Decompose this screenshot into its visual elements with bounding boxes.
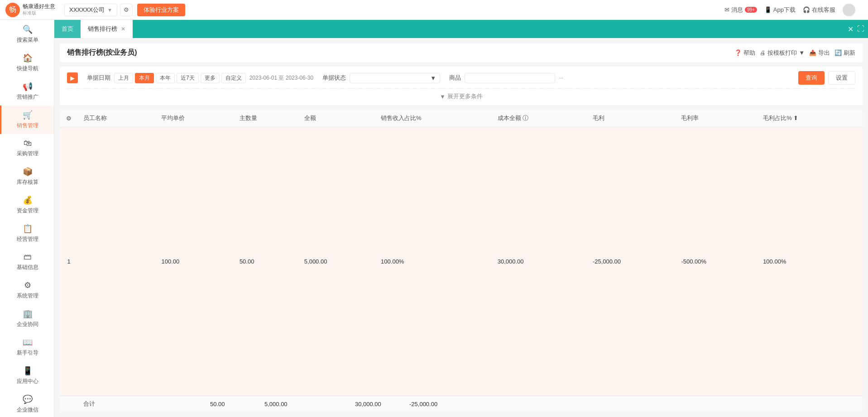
sidebar-item-wechat[interactable]: 💬 企业微信 (0, 390, 54, 417)
filter-area: ▶ 单据日期 上月 本月 本年 近7天 更多 自定义 2023-06-01 至 … (60, 67, 863, 105)
message-label: 消息 (731, 6, 743, 14)
logo-sub: 标准版 (23, 10, 55, 16)
filter-toggle-icon[interactable]: ▶ (67, 72, 78, 83)
sidebar-item-marketing[interactable]: 📢 营销推广 (0, 77, 54, 105)
settings-icon[interactable]: ⚙ (120, 4, 133, 16)
search-icon: 🔍 (23, 24, 33, 34)
sidebar-label-sales: 销售管理 (17, 122, 38, 129)
date-btn-custom[interactable]: 自定义 (221, 73, 246, 83)
gross-pct-icon[interactable]: ⬆ (793, 115, 798, 121)
cell-gross-pct: 100.00% (758, 127, 863, 396)
table-container: ⚙ 员工名称 平均单价 主数量 全额 销售收入占比% 成本全额 ⓘ 毛利 毛利率… (60, 110, 863, 412)
print-chevron-icon: ▼ (799, 49, 805, 56)
tab-sales-rank-label: 销售排行榜 (88, 25, 117, 33)
date-btn-7days[interactable]: 近7天 (177, 73, 199, 83)
table-body: 1 100.00 50.00 5,000.00 100.00% 30,000.0… (60, 127, 863, 396)
sidebar-label-search: 搜索菜单 (17, 36, 38, 44)
tab-home[interactable]: 首页 (54, 20, 81, 38)
refresh-button[interactable]: 🔄 刷新 (834, 49, 855, 57)
box-icon: 📦 (23, 167, 33, 177)
logo-text: 畅康通好生意 (23, 3, 55, 10)
sidebar-label-operation: 经营管理 (17, 235, 38, 243)
help-label: 帮助 (743, 49, 755, 57)
sidebar-item-operation[interactable]: 📋 经营管理 (0, 219, 54, 248)
service-label: 在线客服 (812, 6, 835, 14)
goods-filter-label: 商品 (449, 74, 461, 82)
sidebar-label-marketing: 营销推广 (17, 93, 38, 101)
app-icon: 📱 (764, 6, 772, 13)
avatar[interactable] (843, 4, 855, 16)
sidebar-item-system[interactable]: ⚙ 系统管理 (0, 276, 54, 304)
date-btn-this-year[interactable]: 本年 (156, 73, 175, 83)
sidebar-item-purchase[interactable]: 🛍 采购管理 (0, 134, 54, 162)
print-icon: 🖨 (760, 49, 766, 56)
tab-sales-rank[interactable]: 销售排行榜 ✕ (81, 20, 133, 38)
date-filter-group: 单据日期 上月 本月 本年 近7天 更多 自定义 2023-06-01 至 20… (87, 73, 313, 83)
status-select[interactable]: ▼ (350, 73, 440, 83)
company-name: XXXXXX公司 (69, 6, 105, 14)
print-button[interactable]: 🖨 按模板打印 ▼ (760, 49, 805, 57)
chevron-down-icon: ▼ (107, 7, 112, 13)
sidebar-item-finance[interactable]: 💰 资金管理 (0, 191, 54, 219)
th-settings[interactable]: ⚙ (60, 110, 78, 127)
sidebar-label-collab: 企业协同 (17, 321, 38, 328)
date-btn-last-month[interactable]: 上月 (114, 73, 133, 83)
cell-gross: -25,000.00 (587, 127, 676, 396)
page-header: 销售排行榜(按业务员) ❓ 帮助 🖨 按模板打印 ▼ 📤 导出 (60, 43, 863, 62)
date-btn-this-month[interactable]: 本月 (135, 73, 154, 83)
help-button[interactable]: ❓ 帮助 (734, 49, 755, 57)
date-btn-more[interactable]: 更多 (201, 73, 220, 83)
table-row: 1 100.00 50.00 5,000.00 100.00% 30,000.0… (60, 127, 863, 396)
wechat-icon: 💬 (23, 394, 33, 404)
home-icon: 🏠 (23, 53, 33, 63)
sidebar-item-basic[interactable]: 🗃 基础信息 (0, 248, 54, 276)
megaphone-icon: 📢 (23, 81, 33, 91)
sidebar-item-collab[interactable]: 🏢 企业协同 (0, 304, 54, 333)
table-footer: 合计 50.00 5,000.00 30,000.00 -25,000.00 (60, 396, 863, 412)
th-avg-price: 平均单价 (156, 110, 234, 127)
cell-name (78, 127, 156, 396)
sidebar-item-sales[interactable]: 🛒 销售管理 (0, 105, 54, 134)
expand-button[interactable]: ▼ 展开更多条件 (440, 92, 483, 101)
table-header-row: ⚙ 员工名称 平均单价 主数量 全额 销售收入占比% 成本全额 ⓘ 毛利 毛利率… (60, 110, 863, 127)
top-bar-right: ✉ 消息 99+ 📱 App下载 🎧 在线客服 (724, 4, 863, 16)
page-title: 销售排行榜(按业务员) (67, 48, 734, 58)
date-filter-label: 单据日期 (87, 74, 110, 82)
export-icon: 📤 (809, 49, 816, 56)
goods-input[interactable] (465, 73, 555, 83)
sidebar-item-apps[interactable]: 📱 应用中心 (0, 361, 54, 390)
sidebar-label-nav: 快捷导航 (17, 65, 38, 72)
footer-label: 合计 (83, 400, 156, 408)
tab-close-icon[interactable]: ✕ (121, 26, 125, 32)
status-filter-label: 单据状态 (322, 74, 346, 82)
query-button[interactable]: 查询 (798, 71, 825, 85)
sidebar-item-search[interactable]: 🔍 搜索菜单 (0, 20, 54, 48)
cart-icon: 🛒 (23, 110, 33, 120)
trial-button[interactable]: 体验行业方案 (137, 4, 185, 16)
settings-button[interactable]: 设置 (828, 71, 855, 85)
tab-close-all-icon[interactable]: ✕ (848, 25, 854, 34)
cell-sales-pct: 100.00% (375, 127, 492, 396)
footer-amount: 5,000.00 (264, 401, 310, 407)
status-chevron-icon: ▼ (430, 75, 436, 81)
cell-avg-price: 100.00 (156, 127, 234, 396)
app-download-item[interactable]: 📱 App下载 (764, 6, 796, 14)
message-badge: 99+ (745, 7, 757, 13)
goods-more-icon[interactable]: ··· (559, 75, 563, 81)
chevron-down-expand-icon: ▼ (440, 93, 446, 100)
th-gross-rate: 毛利率 (676, 110, 758, 127)
sidebar-label-purchase: 采购管理 (17, 150, 38, 158)
message-icon: ✉ (724, 6, 729, 13)
sidebar-item-inventory[interactable]: 📦 库存核算 (0, 162, 54, 191)
sidebar-item-guide[interactable]: 📖 新手引导 (0, 333, 54, 361)
tab-fullscreen-icon[interactable]: ⛶ (857, 25, 864, 33)
message-item[interactable]: ✉ 消息 99+ (724, 6, 757, 14)
service-item[interactable]: 🎧 在线客服 (803, 6, 835, 14)
goods-filter-group: 商品 ··· (449, 73, 563, 83)
cost-info-icon[interactable]: ⓘ (523, 115, 528, 121)
sidebar-item-nav[interactable]: 🏠 快捷导航 (0, 48, 54, 77)
footer-gross: -25,000.00 (409, 401, 464, 407)
export-button[interactable]: 📤 导出 (809, 49, 830, 57)
date-range: 2023-06-01 至 2023-06-30 (249, 74, 313, 82)
company-selector[interactable]: XXXXXX公司 ▼ (64, 4, 117, 16)
